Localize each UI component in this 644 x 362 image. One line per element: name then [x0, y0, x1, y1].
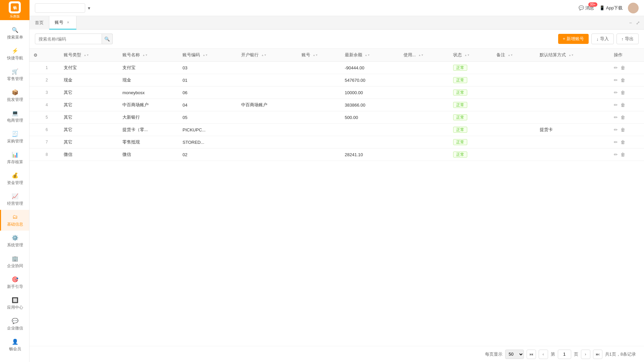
- delete-icon[interactable]: 🗑: [621, 90, 625, 95]
- delete-icon[interactable]: 🗑: [621, 127, 625, 132]
- edit-icon[interactable]: ✏: [614, 115, 618, 120]
- sidebar-item-search[interactable]: 🔍 搜索菜单: [0, 23, 29, 44]
- sidebar-label-ecommerce: 电商管理: [7, 118, 23, 123]
- cell-bank: [237, 86, 297, 99]
- th-code[interactable]: 账号编码 ▲▼: [178, 49, 237, 62]
- export-button[interactable]: ↑ 导出: [616, 34, 639, 44]
- cell-index: 4: [42, 99, 60, 111]
- cell-code: 02: [178, 148, 237, 161]
- import-icon: ↓: [596, 37, 599, 42]
- tab-home[interactable]: 首页: [30, 16, 49, 29]
- cell-account: [298, 99, 341, 111]
- tab-account-close[interactable]: ×: [65, 20, 71, 25]
- status-badge: 正常: [453, 89, 467, 96]
- th-settings[interactable]: ⚙: [30, 49, 42, 62]
- page-next-button[interactable]: ›: [581, 350, 590, 359]
- table-row: 6 其它 提货卡（零... PICKUPC... 正常 提货卡 ✏ 🗑: [30, 124, 644, 136]
- sidebar-item-wholesale[interactable]: 📦 批发管理: [0, 85, 29, 106]
- delete-icon[interactable]: 🗑: [621, 152, 625, 157]
- page-first-button[interactable]: ⏮: [527, 350, 536, 359]
- th-remark[interactable]: 备注 ▲▼: [492, 49, 536, 62]
- sidebar-item-basic[interactable]: 🗂 基础信息: [0, 210, 29, 231]
- tab-account[interactable]: 账号 ×: [49, 16, 76, 29]
- sidebar-label-basic: 基础信息: [7, 222, 23, 227]
- cell-type: 其它: [60, 99, 118, 111]
- sidebar-item-ecommerce[interactable]: 💻 电商管理: [0, 106, 29, 127]
- tab-maximize-icon[interactable]: ⤢: [635, 19, 641, 27]
- th-balance[interactable]: 最新余额 ▲▼: [341, 49, 399, 62]
- table-container: ⚙ 账号类型 ▲▼ 账号名称 ▲▼ 账号编码 ▲▼ 开户银行 ▲▼ 账号 ▲▼ …: [30, 49, 644, 346]
- edit-icon[interactable]: ✏: [614, 127, 618, 132]
- sidebar-item-shortcut[interactable]: ⚡ 快捷导航: [0, 44, 29, 64]
- delete-icon[interactable]: 🗑: [621, 115, 625, 120]
- delete-icon[interactable]: 🗑: [621, 77, 625, 83]
- sidebar-item-company[interactable]: 🏢 企业协同: [0, 251, 29, 272]
- message-icon: 💬: [579, 5, 584, 10]
- search-button[interactable]: 🔍: [102, 34, 113, 44]
- th-account[interactable]: 账号 ▲▼: [298, 49, 341, 62]
- page-input[interactable]: [558, 350, 571, 359]
- app-download-button[interactable]: 📱 App下载: [599, 5, 623, 11]
- th-name[interactable]: 账号名称 ▲▼: [118, 49, 178, 62]
- delete-icon[interactable]: 🗑: [621, 139, 625, 145]
- delete-icon[interactable]: 🗑: [621, 102, 625, 108]
- sidebar: 畅 乐惠版 🔍 搜索菜单 ⚡ 快捷导航 🛒 零售管理 📦 批发管理 💻 电商管理…: [0, 0, 30, 362]
- sidebar-item-finance[interactable]: 💰 资金管理: [0, 168, 29, 189]
- app-logo: 畅 乐惠版: [0, 0, 30, 20]
- th-status[interactable]: 状态 ▲▼: [449, 49, 492, 62]
- cell-index: 6: [42, 124, 60, 136]
- cell-code: 05: [178, 111, 237, 124]
- sidebar-label-inventory: 库存核算: [7, 159, 23, 165]
- delete-icon[interactable]: 🗑: [621, 65, 625, 70]
- cell-type: 支付宝: [60, 62, 118, 74]
- cell-account: [298, 74, 341, 86]
- sidebar-item-member[interactable]: 👤 畅会员: [0, 335, 29, 355]
- sidebar-item-system[interactable]: ⚙️ 系统管理: [0, 231, 29, 251]
- cell-index: 1: [42, 62, 60, 74]
- sidebar-item-retail[interactable]: 🛒 零售管理: [0, 64, 29, 85]
- svg-text:畅: 畅: [13, 6, 16, 10]
- top-dropdown-icon[interactable]: ▾: [88, 5, 90, 11]
- top-search-input[interactable]: [35, 3, 85, 13]
- table-row: 5 其它 大新银行 05 500.00 正常 ✏ 🗑: [30, 111, 644, 124]
- phone-icon: 📱: [599, 5, 605, 10]
- th-default-settle[interactable]: 默认结算方式 ▲▼: [536, 49, 610, 62]
- sidebar-item-guide[interactable]: 🎯 新手引导: [0, 272, 29, 293]
- import-button[interactable]: ↓ 导入: [591, 34, 614, 44]
- sidebar-item-wechat[interactable]: 💬 企业微信: [0, 314, 29, 335]
- tab-minimize-icon[interactable]: −: [628, 19, 633, 27]
- sidebar-item-operation[interactable]: 📈 经营管理: [0, 189, 29, 210]
- page-last-button[interactable]: ⏭: [593, 350, 602, 359]
- sidebar-item-purchase[interactable]: 🧾 采购管理: [0, 127, 29, 147]
- user-avatar[interactable]: [628, 3, 639, 13]
- cell-name: moneybosx: [118, 86, 178, 99]
- status-badge: 正常: [453, 65, 467, 71]
- accounts-table: ⚙ 账号类型 ▲▼ 账号名称 ▲▼ 账号编码 ▲▼ 开户银行 ▲▼ 账号 ▲▼ …: [30, 49, 644, 161]
- sidebar-item-appcenter[interactable]: 🔲 应用中心: [0, 293, 29, 314]
- cell-code: 03: [178, 62, 237, 74]
- message-button[interactable]: 💬 消息 99+: [579, 5, 594, 11]
- cell-type: 其它: [60, 111, 118, 124]
- page-size-select[interactable]: 50 100 200: [505, 350, 524, 359]
- edit-icon[interactable]: ✏: [614, 152, 618, 157]
- edit-icon[interactable]: ✏: [614, 65, 618, 70]
- sidebar-icon-purchase: 🧾: [11, 130, 19, 137]
- th-use[interactable]: 使用... ▲▼: [399, 49, 449, 62]
- edit-icon[interactable]: ✏: [614, 139, 618, 145]
- cell-action: ✏ 🗑: [610, 62, 644, 74]
- sidebar-label-system: 系统管理: [7, 242, 23, 248]
- th-bank[interactable]: 开户银行 ▲▼: [237, 49, 297, 62]
- cell-name: 提货卡（零...: [118, 124, 178, 136]
- edit-icon[interactable]: ✏: [614, 77, 618, 83]
- page-prev-button[interactable]: ‹: [539, 350, 548, 359]
- cell-name: 中百商场账户: [118, 99, 178, 111]
- edit-icon[interactable]: ✏: [614, 102, 618, 108]
- th-type[interactable]: 账号类型 ▲▼: [60, 49, 118, 62]
- edit-icon[interactable]: ✏: [614, 90, 618, 95]
- cell-action: ✏ 🗑: [610, 148, 644, 161]
- add-account-button[interactable]: + 新增账号: [558, 34, 589, 44]
- search-input[interactable]: [35, 34, 102, 44]
- th-index: [42, 49, 60, 62]
- sidebar-item-inventory[interactable]: 📊 库存核算: [0, 147, 29, 168]
- cell-type: 现金: [60, 74, 118, 86]
